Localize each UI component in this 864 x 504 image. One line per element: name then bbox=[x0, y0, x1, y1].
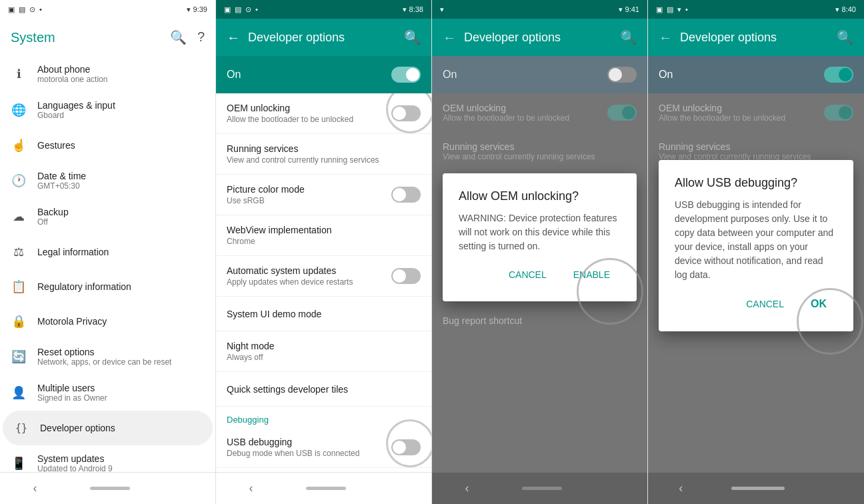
search-icon[interactable]: 🔍 bbox=[170, 29, 187, 45]
help-icon[interactable]: ? bbox=[197, 29, 205, 45]
oem-dialog: Allow OEM unlocking? WARNING: Device pro… bbox=[443, 173, 637, 301]
dimmed-oem-toggle bbox=[607, 105, 637, 121]
privacy-icon: 🔒 bbox=[11, 313, 27, 329]
setting-usb-debugging[interactable]: USB debugging Debug mode when USB is con… bbox=[216, 427, 431, 468]
backup-icon: ☁ bbox=[11, 209, 27, 225]
gestures-label: Gestures bbox=[37, 140, 75, 151]
oem-enable-button[interactable]: Enable bbox=[563, 264, 621, 285]
toolbar-1: System 🔍 ? bbox=[0, 19, 215, 56]
sidebar-item-date-time[interactable]: 🕐 Date & time GMT+05:30 bbox=[0, 163, 215, 199]
sim-icon: ▣ bbox=[8, 5, 15, 14]
sidebar-item-system-updates[interactable]: 📱 System updates Updated to Android 9 bbox=[0, 445, 215, 472]
dimmed-running-title-4: Running services bbox=[659, 141, 811, 152]
search-icon-2[interactable]: 🔍 bbox=[404, 29, 421, 45]
status-bar-3: ▾ ▾ 9:41 bbox=[432, 0, 647, 19]
dimmed-oem-4: OEM unlocking Allow the bootloader to be… bbox=[648, 93, 864, 132]
auto-updates-toggle[interactable] bbox=[391, 268, 421, 284]
dimmed-running: Running services View and control curren… bbox=[432, 132, 647, 171]
dimmed-running-subtitle: View and control currently running servi… bbox=[443, 152, 595, 161]
sidebar-item-developer-options[interactable]: {} Developer options bbox=[3, 411, 213, 445]
back-button-4[interactable]: ‹ bbox=[665, 476, 696, 501]
back-button-1[interactable]: ‹ bbox=[20, 476, 51, 501]
sd-icon-2: ▤ bbox=[235, 5, 241, 14]
setting-system-ui-demo[interactable]: System UI demo mode bbox=[216, 297, 431, 331]
dev-on-row-3: On bbox=[432, 56, 647, 93]
sidebar-item-legal[interactable]: ⚖ Legal information bbox=[0, 235, 215, 269]
back-icon-4[interactable]: ← bbox=[659, 30, 672, 45]
dev-options-title-4: Developer options bbox=[680, 31, 829, 45]
setting-webview[interactable]: WebView implementation Chrome bbox=[216, 215, 431, 256]
system-updates-sublabel: Updated to Android 9 bbox=[37, 464, 113, 472]
bottom-nav-3: ‹ bbox=[432, 472, 647, 504]
sidebar-item-users[interactable]: 👤 Multiple users Signed in as Owner bbox=[0, 375, 215, 411]
dot-icon: • bbox=[39, 5, 42, 13]
dev-on-toggle-4[interactable] bbox=[824, 67, 853, 83]
users-sublabel: Signed in as Owner bbox=[37, 393, 107, 403]
setting-picture-color[interactable]: Picture color mode Use sRGB bbox=[216, 175, 431, 215]
panel-system: ▣ ▤ ⊙ • ▾ 9:39 System 🔍 ? ℹ About phone … bbox=[0, 0, 216, 504]
picture-color-subtitle: Use sRGB bbox=[227, 196, 391, 205]
backup-label: Backup bbox=[37, 207, 69, 217]
signal-icon-4: ▾ bbox=[835, 5, 839, 14]
status-bar-1: ▣ ▤ ⊙ • ▾ 9:39 bbox=[0, 0, 215, 19]
oem-unlocking-subtitle: Allow the bootloader to be unlocked bbox=[227, 115, 391, 124]
dev-settings-list: OEM unlocking Allow the bootloader to be… bbox=[216, 93, 431, 472]
sidebar-item-regulatory[interactable]: 📋 Regulatory information bbox=[0, 269, 215, 304]
dev-on-row[interactable]: On bbox=[216, 56, 431, 93]
lock-icon: ⊙ bbox=[29, 5, 35, 14]
usb-cancel-button[interactable]: Cancel bbox=[735, 293, 795, 315]
setting-running-services[interactable]: Running services View and control curren… bbox=[216, 134, 431, 175]
setting-night-mode[interactable]: Night mode Always off bbox=[216, 331, 431, 372]
sd-icon: ▤ bbox=[19, 5, 25, 14]
home-indicator-1 bbox=[90, 487, 130, 490]
sidebar-item-reset[interactable]: 🔄 Reset options Network, apps, or device… bbox=[0, 339, 215, 375]
bottom-nav-1: ‹ bbox=[0, 472, 215, 504]
status-icons-left-2: ▣ ▤ ⊙ • bbox=[224, 5, 258, 14]
sidebar-item-backup[interactable]: ☁ Backup Off bbox=[0, 199, 215, 235]
search-icon-4[interactable]: 🔍 bbox=[837, 29, 853, 45]
dev-on-toggle[interactable] bbox=[391, 67, 421, 83]
toolbar-3: ← Developer options 🔍 bbox=[432, 19, 647, 56]
about-phone-sublabel: motorola one action bbox=[37, 75, 107, 84]
toolbar-4: ← Developer options 🔍 bbox=[648, 19, 864, 56]
setting-oem-unlocking[interactable]: OEM unlocking Allow the bootloader to be… bbox=[216, 93, 431, 134]
sidebar-item-gestures[interactable]: ☝ Gestures bbox=[0, 128, 215, 163]
picture-color-toggle[interactable] bbox=[391, 187, 421, 203]
users-label: Multiple users bbox=[37, 383, 107, 393]
date-time-sublabel: GMT+05:30 bbox=[37, 181, 86, 191]
oem-dialog-actions: Cancel Enable bbox=[459, 264, 621, 285]
time-display-4: 8:40 bbox=[842, 5, 856, 13]
dev-on-row-4[interactable]: On bbox=[648, 56, 864, 93]
status-right-3: ▾ 9:41 bbox=[619, 5, 639, 14]
users-icon: 👤 bbox=[11, 385, 27, 401]
search-icon-3[interactable]: 🔍 bbox=[620, 29, 637, 45]
webview-title: WebView implementation bbox=[227, 225, 421, 235]
back-button-2[interactable]: ‹ bbox=[236, 476, 267, 501]
sidebar-item-about-phone[interactable]: ℹ About phone motorola one action bbox=[0, 56, 215, 92]
sidebar-item-languages[interactable]: 🌐 Languages & input Gboard bbox=[0, 92, 215, 128]
usb-ok-button[interactable]: OK bbox=[800, 293, 837, 315]
sim-icon-2: ▣ bbox=[224, 5, 231, 14]
sidebar-item-motorola-privacy[interactable]: 🔒 Motorola Privacy bbox=[0, 304, 215, 339]
status-icons-left: ▣ ▤ ⊙ • bbox=[8, 5, 42, 14]
backup-sublabel: Off bbox=[37, 217, 69, 227]
dimmed-running-title: Running services bbox=[443, 141, 595, 152]
back-icon-3[interactable]: ← bbox=[443, 30, 456, 45]
dimmed-oem-subtitle: Allow the bootloader to be unlocked bbox=[443, 113, 569, 123]
home-indicator-3 bbox=[522, 487, 562, 490]
back-button-3[interactable]: ‹ bbox=[452, 476, 483, 501]
wifi-icon-4: ▾ bbox=[677, 5, 681, 14]
webview-subtitle: Chrome bbox=[227, 237, 421, 246]
setting-quick-settings-tiles[interactable]: Quick settings developer tiles bbox=[216, 372, 431, 407]
setting-auto-updates[interactable]: Automatic system updates Apply updates w… bbox=[216, 256, 431, 297]
back-icon-2[interactable]: ← bbox=[227, 30, 240, 45]
usb-dialog: Allow USB debugging? USB debugging is in… bbox=[659, 160, 853, 331]
oem-cancel-button[interactable]: Cancel bbox=[498, 264, 557, 285]
panel-usb-dialog: ▣ ▤ ▾ • ▾ 8:40 ← Developer options 🔍 On … bbox=[648, 0, 864, 504]
oem-unlocking-toggle[interactable] bbox=[391, 105, 421, 121]
reset-sublabel: Network, apps, or device can be reset bbox=[37, 357, 171, 367]
usb-debugging-toggle[interactable] bbox=[391, 439, 421, 455]
dimmed-oem-title: OEM unlocking bbox=[443, 103, 569, 113]
reset-label: Reset options bbox=[37, 347, 171, 357]
oem-dialog-title: Allow OEM unlocking? bbox=[459, 189, 621, 203]
